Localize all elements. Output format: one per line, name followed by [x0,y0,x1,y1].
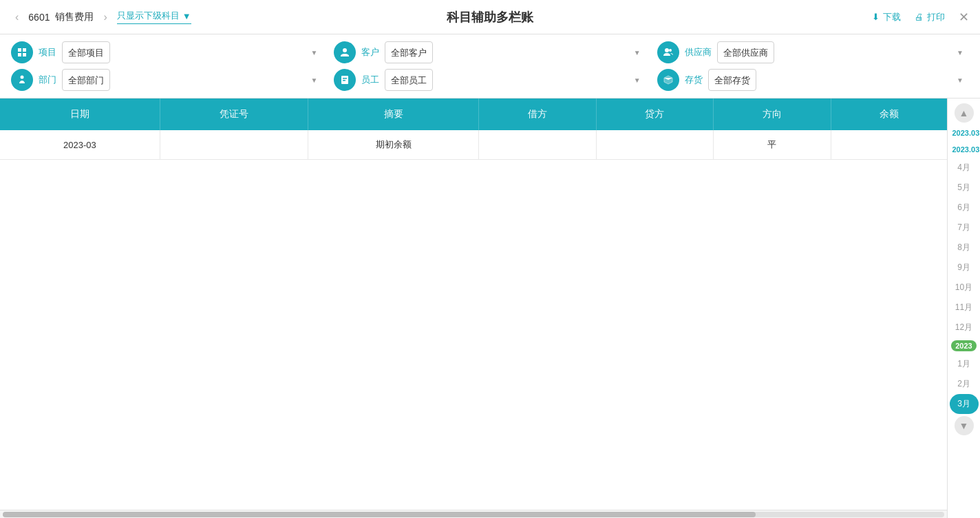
title-right: ⬇ 下载 🖨 打印 ✕ [872,10,969,25]
svg-rect-8 [343,78,347,79]
svg-point-5 [669,49,672,52]
supplier-label: 供应商 [685,46,712,59]
supplier-icon [657,41,679,63]
project-label: 项目 [39,46,56,59]
dept-select[interactable]: 全部部门 [62,69,110,91]
cell-credit [596,130,714,160]
col-voucher: 凭证号 [160,99,308,130]
next-account-button[interactable]: › [99,10,111,25]
dept-icon [11,69,33,91]
project-icon [11,41,33,63]
col-credit: 贷方 [596,99,714,130]
title-bar: ‹ 6601 销售费用 › 只显示下级科目 ▼ 科目辅助多栏账 ⬇ 下载 🖨 打… [0,0,980,34]
account-name: 销售费用 [55,11,94,23]
sidebar-month-item[interactable]: 12月 [950,318,979,338]
scroll-area[interactable]: 日期 凭证号 摘要 借方 贷方 方向 余额 2023-03期初余额平 [0,99,947,510]
sidebar-month-item[interactable]: 10月 [950,278,979,298]
sidebar-month-item[interactable]: 8月 [950,238,979,258]
sidebar-month-item[interactable]: 5月 [950,178,979,198]
chevron-down-icon: ▼ [182,11,191,21]
show-sub-label: 只显示下级科目 [117,10,180,22]
svg-rect-9 [343,80,345,81]
sidebar-selected-period-1[interactable]: 2023.03 [950,125,979,141]
dept-select-wrapper: 全部部门 [62,69,323,91]
month-sidebar: ▲ 2023.03 2023.03 4月5月6月7月8月9月10月11月12月 … [947,99,980,518]
sidebar-month-item[interactable]: 7月 [950,218,979,238]
sidebar-month-item[interactable]: 6月 [950,198,979,218]
cell-balance [831,130,947,160]
page-title: 科目辅助多栏账 [447,9,533,25]
filter-area: 项目 全部项目 客户 全部客户 [0,34,980,99]
customer-select-wrapper: 全部客户 [385,41,646,63]
customer-select[interactable]: 全部客户 [385,41,433,63]
download-icon: ⬇ [872,12,880,22]
employee-label: 员工 [361,74,379,86]
title-left: ‹ 6601 销售费用 › 只显示下级科目 ▼ [11,10,191,25]
col-date: 日期 [0,99,160,130]
scrollbar-thumb[interactable] [3,512,756,517]
col-balance: 余额 [831,99,947,130]
inventory-select[interactable]: 全部存货 [708,69,756,91]
table-row: 2023-03期初余额平 [0,130,947,160]
filter-item-inventory: 存货 全部存货 [657,69,969,91]
svg-point-4 [665,48,669,52]
filter-row-2: 部门 全部部门 员工 全部员工 [11,69,969,91]
filter-row-1: 项目 全部项目 客户 全部客户 [11,41,969,63]
cell-voucher [160,130,308,160]
svg-rect-1 [23,48,26,52]
col-direction: 方向 [714,99,831,130]
account-code: 6601 [28,12,50,23]
show-sub-select-wrapper[interactable]: 只显示下级科目 ▼ [117,10,191,24]
cell-debit [479,130,597,160]
main-window: ‹ 6601 销售费用 › 只显示下级科目 ▼ 科目辅助多栏账 ⬇ 下载 🖨 打… [0,0,980,518]
inventory-select-wrapper: 全部存货 [708,69,969,91]
cell-date: 2023-03 [0,130,160,160]
svg-rect-2 [18,53,21,56]
print-icon: 🖨 [915,12,924,22]
table-area: 日期 凭证号 摘要 借方 贷方 方向 余额 2023-03期初余额平 [0,99,947,518]
cell-direction: 平 [714,130,831,160]
sidebar-selected-period-2[interactable]: 2023.03 [950,141,979,158]
svg-rect-3 [23,53,26,56]
col-summary: 摘要 [308,99,479,130]
employee-select-wrapper: 全部员工 [385,69,646,91]
customer-label: 客户 [361,46,379,59]
dept-label: 部门 [39,74,56,86]
table-header-row: 日期 凭证号 摘要 借方 贷方 方向 余额 [0,99,947,130]
close-button[interactable]: ✕ [959,10,969,25]
filter-item-customer: 客户 全部客户 [334,41,646,63]
supplier-select[interactable]: 全部供应商 [717,41,774,63]
filter-item-project: 项目 全部项目 [11,41,323,63]
cell-summary: 期初余额 [308,130,479,160]
sidebar-month-item[interactable]: 3月 [950,394,979,414]
supplier-select-wrapper: 全部供应商 [717,41,969,63]
customer-icon [334,41,356,63]
prev-account-button[interactable]: ‹ [11,10,23,25]
sidebar-scroll-up-button[interactable]: ▲ [955,103,974,123]
employee-select[interactable]: 全部员工 [385,69,433,91]
project-select[interactable]: 全部项目 [62,41,110,63]
svg-point-6 [21,76,24,79]
sidebar-month-item[interactable]: 9月 [950,258,979,278]
employee-icon [334,69,356,91]
print-button[interactable]: 🖨 打印 [915,11,945,23]
download-button[interactable]: ⬇ 下载 [872,11,901,23]
project-select-wrapper: 全部项目 [62,41,323,63]
filter-item-supplier: 供应商 全部供应商 [657,41,969,63]
filter-item-dept: 部门 全部部门 [11,69,323,91]
sidebar-month-item[interactable]: 4月 [950,158,979,178]
sidebar-month-item[interactable]: 2月 [950,374,979,394]
bottom-scrollbar-bar [0,510,947,518]
horizontal-scrollbar[interactable] [3,512,944,517]
main-content: 日期 凭证号 摘要 借方 贷方 方向 余额 2023-03期初余额平 [0,99,980,518]
inventory-label: 存货 [685,74,703,86]
filter-item-employee: 员工 全部员工 [334,69,646,91]
year-badge: 2023 [951,340,976,351]
sidebar-month-item[interactable]: 11月 [950,298,979,318]
inventory-icon [657,69,679,91]
sidebar-scroll-down-button[interactable]: ▼ [955,416,974,435]
svg-rect-0 [18,48,21,52]
col-debit: 借方 [479,99,597,130]
data-table: 日期 凭证号 摘要 借方 贷方 方向 余额 2023-03期初余额平 [0,99,947,160]
sidebar-month-item[interactable]: 1月 [950,354,979,374]
